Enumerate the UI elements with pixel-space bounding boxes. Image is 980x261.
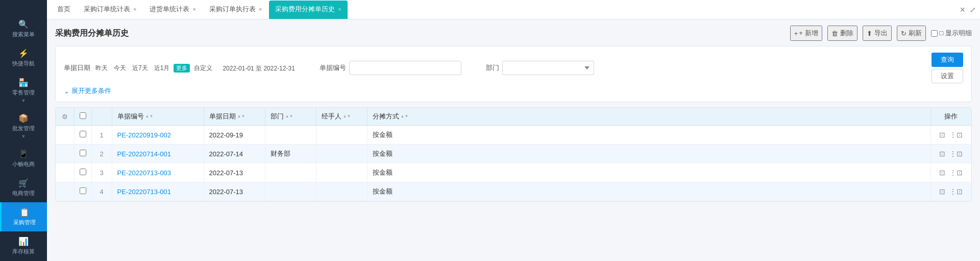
order-no-link[interactable]: PE-20220919-002	[117, 131, 172, 139]
setting-button[interactable]: 设置	[932, 69, 963, 83]
sort-arrows-handler[interactable]: ▲▼	[343, 114, 351, 118]
sidebar-item-inventory[interactable]: 📊 库存核算	[0, 231, 47, 260]
col-dept-header: 部门 ▲▼	[265, 108, 316, 126]
close-window-icon[interactable]: ✕	[960, 6, 966, 14]
sort-arrows-date[interactable]: ▲▼	[237, 114, 246, 118]
sidebar-item-miniapp[interactable]: 📱 小畅电商	[0, 144, 47, 173]
row-settings-icon	[56, 163, 74, 182]
tab-home-label: 首页	[57, 5, 70, 14]
table-body: 1 PE-20220919-002 2022-09-19 按金额 ⊡ ⋮⊡ 2 …	[56, 126, 971, 201]
shortcut-more[interactable]: 更多	[174, 64, 190, 73]
table-row: 1 PE-20220919-002 2022-09-19 按金额 ⊡ ⋮⊡	[56, 126, 971, 145]
sidebar-item-ecommerce[interactable]: 🛒 电商管理	[0, 173, 47, 202]
more-icon[interactable]: ⋮⊡	[948, 168, 964, 178]
row-checkbox[interactable]	[80, 131, 86, 137]
show-detail-checkbox-label[interactable]: □ 显示明细	[931, 29, 972, 38]
row-op: ⊡ ⋮⊡	[930, 182, 971, 201]
filter-row: 单据日期 昨天 今天 近7天 近1月 更多 自定义 2022-01-01 至 2…	[64, 53, 963, 83]
sidebar-item-search[interactable]: 🔍 搜索菜单	[0, 14, 47, 43]
sidebar-logo	[0, 4, 47, 14]
quicknav-icon: ⚡	[18, 49, 29, 58]
sidebar-item-purchase[interactable]: 📋 采购管理	[0, 202, 47, 231]
edit-icon[interactable]: ⊡	[938, 168, 946, 178]
row-checkbox[interactable]	[80, 187, 86, 194]
tab-purchase-cost-history[interactable]: 采购费用分摊单历史 ×	[269, 1, 347, 19]
tab-home[interactable]: 首页	[51, 1, 77, 19]
expand-more-btn[interactable]: ⌄ 展开更多条件	[64, 86, 111, 96]
order-no-link[interactable]: PE-20220713-001	[117, 188, 172, 196]
row-checkbox[interactable]	[80, 150, 86, 156]
sidebar-item-label: 快捷导航	[12, 60, 35, 67]
refresh-icon: ↻	[901, 30, 906, 37]
sidebar-item-quicknav[interactable]: ⚡ 快捷导航	[0, 43, 47, 73]
sidebar-item-wholesale[interactable]: 📦 批发管理 ▼	[0, 108, 47, 144]
more-icon[interactable]: ⋮⊡	[948, 130, 964, 140]
order-no-input[interactable]	[349, 61, 461, 75]
col-op-header: 操作	[930, 108, 971, 126]
shortcut-7days[interactable]: 近7天	[130, 63, 150, 73]
refresh-button[interactable]: ↻ 刷新	[897, 26, 926, 41]
sort-arrows-order-no[interactable]: ▲▼	[145, 114, 154, 118]
main-area: 首页 采购订单统计表 × 进货单统计表 × 采购订单执行表 × 采购费用分摊单历…	[47, 0, 980, 261]
query-button[interactable]: 查询	[932, 53, 963, 67]
tab-bar: 首页 采购订单统计表 × 进货单统计表 × 采购订单执行表 × 采购费用分摊单历…	[47, 0, 980, 19]
order-no-link[interactable]: PE-20220714-001	[117, 150, 172, 158]
tab-label: 采购费用分摊单历史	[275, 5, 335, 14]
export-button[interactable]: ⬆ 导出	[863, 26, 892, 41]
row-settings-icon	[56, 126, 74, 145]
col-order-no-header: 单据编号 ▲▼	[112, 108, 204, 126]
ecommerce-icon: 🛒	[18, 178, 29, 188]
row-handler	[316, 126, 367, 145]
edit-icon[interactable]: ⊡	[938, 186, 946, 197]
tab-inbound-stat[interactable]: 进货单统计表 ×	[143, 1, 202, 19]
search-icon: 🔍	[18, 19, 29, 29]
query-setting-group: 查询 设置	[932, 53, 963, 83]
tab-purchase-order-exec[interactable]: 采购订单执行表 ×	[203, 1, 268, 19]
more-icon[interactable]: ⋮⊡	[948, 186, 964, 197]
close-icon[interactable]: ×	[192, 6, 195, 12]
row-checkbox[interactable]	[80, 169, 86, 175]
table-row: 2 PE-20220714-001 2022-07-14 财务部 按金额 ⊡ ⋮…	[56, 145, 971, 163]
shortcut-today[interactable]: 今天	[112, 63, 128, 73]
date-filter: 单据日期 昨天 今天 近7天 近1月 更多 自定义	[64, 63, 214, 73]
row-date: 2022-09-19	[204, 126, 265, 145]
wholesale-icon: 📦	[18, 113, 29, 123]
date-shortcuts: 昨天 今天 近7天 近1月 更多 自定义	[93, 63, 214, 73]
add-button[interactable]: + + 新增	[790, 26, 822, 41]
col-settings[interactable]: ⚙	[56, 108, 74, 126]
expand-window-icon[interactable]: ⤢	[970, 6, 976, 14]
add-icon: +	[794, 30, 798, 37]
row-num: 2	[91, 145, 112, 163]
row-dept	[265, 182, 316, 201]
page-header: 采购费用分摊单历史 + + 新增 🗑 删除 ⬆ 导出 ↻ 刷新	[55, 26, 972, 41]
dept-filter: 部门	[486, 61, 594, 75]
date-filter-label: 单据日期	[64, 63, 90, 73]
sort-arrows-method[interactable]: ▲▼	[401, 114, 409, 118]
row-method: 按金额	[367, 163, 930, 182]
row-settings-icon	[56, 182, 74, 201]
show-detail-checkbox[interactable]	[931, 30, 938, 37]
tab-purchase-order-stat[interactable]: 采购订单统计表 ×	[78, 1, 142, 19]
sidebar-item-retail[interactable]: 🏪 零售管理 ▼	[0, 73, 47, 108]
row-order-no: PE-20220713-001	[112, 182, 204, 201]
table-row: 3 PE-20220713-003 2022-07-13 按金额 ⊡ ⋮⊡	[56, 163, 971, 182]
close-icon[interactable]: ×	[133, 6, 136, 12]
close-icon[interactable]: ×	[259, 6, 262, 12]
select-all-checkbox[interactable]	[80, 112, 86, 119]
shortcut-yesterday[interactable]: 昨天	[93, 63, 110, 73]
sort-arrows-dept[interactable]: ▲▼	[285, 114, 293, 118]
shortcut-custom[interactable]: 自定义	[192, 63, 214, 73]
shortcut-1month[interactable]: 近1月	[152, 63, 172, 73]
table-header-row: ⚙ 单据编号 ▲▼ 单据日期	[56, 108, 971, 126]
more-icon[interactable]: ⋮⊡	[948, 149, 964, 159]
close-icon[interactable]: ×	[338, 6, 341, 12]
chevron-down-icon: ⌄	[64, 87, 69, 95]
order-no-link[interactable]: PE-20220713-003	[117, 169, 172, 177]
edit-icon[interactable]: ⊡	[938, 130, 946, 140]
col-handler-header: 经手人 ▲▼	[316, 108, 367, 126]
dept-select[interactable]	[502, 61, 594, 75]
content: 采购费用分摊单历史 + + 新增 🗑 删除 ⬆ 导出 ↻ 刷新	[47, 19, 980, 261]
inventory-icon: 📊	[18, 236, 29, 246]
delete-button[interactable]: 🗑 删除	[827, 26, 857, 41]
edit-icon[interactable]: ⊡	[938, 149, 946, 159]
